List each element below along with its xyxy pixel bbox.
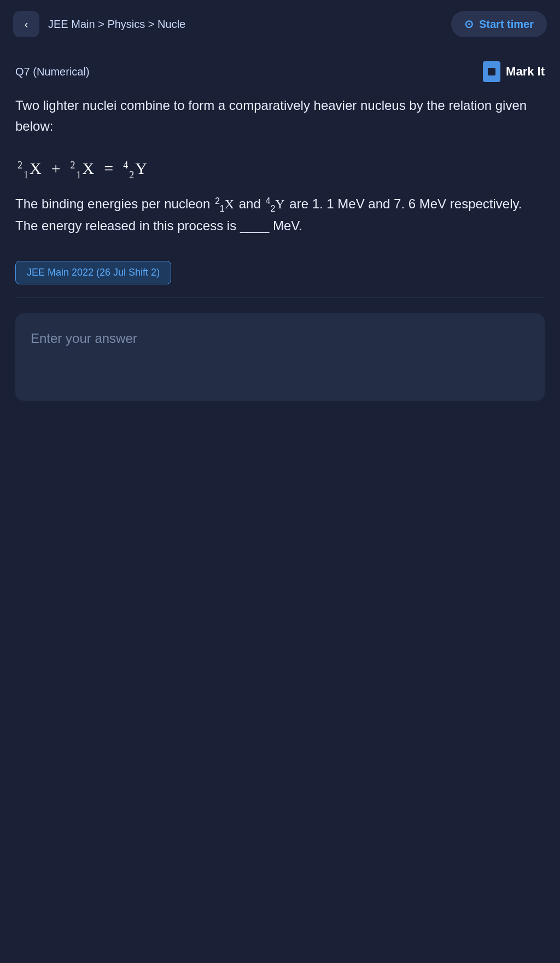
desc-part4: MeV. xyxy=(273,218,302,233)
tag-badge-text: JEE Main 2022 (26 Jul Shift 2) xyxy=(15,261,171,284)
term3-letter: Y xyxy=(135,159,147,178)
question-intro-text: Two lighter nuclei combine to form a com… xyxy=(15,95,545,137)
formula-operator1: + xyxy=(51,159,61,178)
term1-superscript: 2 xyxy=(18,160,22,171)
header: ‹ JEE Main > Physics > Nucle ⊙ Start tim… xyxy=(0,0,560,48)
formula-term2: 2 1 X xyxy=(71,159,95,178)
question-label: Q7 (Numerical) xyxy=(15,66,90,78)
header-left: ‹ JEE Main > Physics > Nucle xyxy=(13,11,185,37)
formula-term1: 2 1 X xyxy=(18,159,42,178)
bookmark-inner-decoration xyxy=(488,68,495,75)
formula-term3: 4 2 Y xyxy=(123,159,147,178)
term3-superscript: 4 xyxy=(123,160,128,171)
answer-box[interactable] xyxy=(15,313,545,401)
answer-section xyxy=(0,298,560,416)
inline2-superscript: 4 xyxy=(265,194,270,208)
breadcrumb: JEE Main > Physics > Nucle xyxy=(48,18,185,31)
answer-input[interactable] xyxy=(31,331,529,346)
inline-nucleus-2: 4 2 Y xyxy=(265,194,284,215)
inline1-subscript: 1 xyxy=(220,202,225,216)
mark-it-label: Mark It xyxy=(506,65,545,79)
question-description: The binding energies per nucleon 2 1 X a… xyxy=(15,193,545,237)
timer-label: Start timer xyxy=(479,18,534,31)
question-content: Two lighter nuclei combine to form a com… xyxy=(0,91,560,297)
start-timer-button[interactable]: ⊙ Start timer xyxy=(451,11,547,37)
back-button[interactable]: ‹ xyxy=(13,11,39,37)
inline1-superscript: 2 xyxy=(215,194,220,208)
tag-badge: JEE Main 2022 (26 Jul Shift 2) xyxy=(15,254,545,284)
formula-block: 2 1 X + 2 1 X = 4 2 Y xyxy=(15,153,545,193)
back-icon: ‹ xyxy=(25,18,28,31)
term2-subscript: 1 xyxy=(77,170,81,181)
formula-equals: = xyxy=(104,159,113,178)
inline1-letter: X xyxy=(225,194,234,215)
inline2-subscript: 2 xyxy=(270,202,275,216)
answer-blank: ____ xyxy=(240,218,269,233)
inline2-letter: Y xyxy=(275,194,284,215)
term3-subscript: 2 xyxy=(129,170,134,181)
term1-letter: X xyxy=(30,159,42,178)
term1-subscript: 1 xyxy=(24,170,28,181)
question-meta: Q7 (Numerical) Mark It xyxy=(0,48,560,91)
inline-nucleus-1: 2 1 X xyxy=(215,194,234,215)
formula-expression: 2 1 X + 2 1 X = 4 2 Y xyxy=(15,159,149,178)
timer-icon: ⊙ xyxy=(464,17,474,31)
desc-part2: and xyxy=(239,196,265,211)
mark-it-button[interactable]: Mark It xyxy=(483,61,545,82)
term2-letter: X xyxy=(83,159,95,178)
term2-superscript: 2 xyxy=(71,160,75,171)
bookmark-icon xyxy=(483,61,500,82)
desc-part1: The binding energies per nucleon xyxy=(15,196,214,211)
